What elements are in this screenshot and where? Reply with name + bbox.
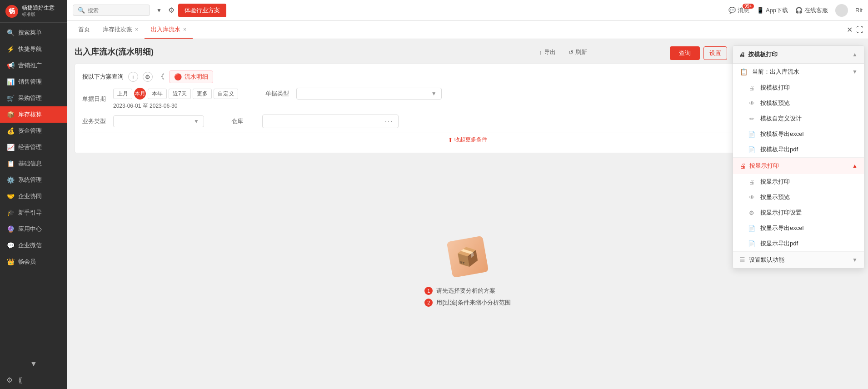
- voucher-type-select[interactable]: ▼: [296, 88, 442, 100]
- sidebar-item-operations[interactable]: 📈 经营管理: [0, 139, 67, 155]
- tab-close-inout-flow[interactable]: ×: [183, 26, 186, 33]
- dropdown-current-item[interactable]: 📋 当前：出入库流水 ▼: [733, 64, 864, 80]
- display-export-excel-icon: 📄: [748, 225, 756, 232]
- online-service-badge[interactable]: 🎧 在线客服: [795, 6, 828, 15]
- sidebar-item-system[interactable]: ⚙️ 系统管理: [0, 172, 67, 188]
- display-export-pdf-label: 按显示导出pdf: [760, 239, 798, 248]
- template-custom-label: 模板自定义设计: [760, 115, 802, 123]
- collapse-sidebar-icon[interactable]: ⟪: [18, 376, 22, 384]
- sidebar-item-marketing[interactable]: 📢 营销推广: [0, 57, 67, 74]
- member-nav-icon: 👑: [6, 258, 15, 265]
- template-print-item[interactable]: 🖨 按模板打印: [733, 80, 864, 95]
- headset-icon: 🎧: [795, 7, 803, 14]
- enterprise-nav-icon: 🤝: [6, 193, 15, 200]
- template-custom-item[interactable]: ✏ 模板自定义设计: [733, 111, 864, 126]
- tab-label-inventory-batch: 库存批次账: [103, 25, 132, 34]
- basic-nav-label: 基础信息: [18, 160, 42, 168]
- filter-tag-label: 流水明细: [185, 73, 208, 81]
- template-print-section: 🖨 按模板打印 👁 按模板预览 ✏ 模板自定义设计 📄 按模板导出excel 📄…: [733, 80, 864, 158]
- warehouse-select[interactable]: ···: [262, 115, 399, 128]
- business-type-select[interactable]: ▼: [113, 115, 204, 127]
- template-export-excel-label: 按模板导出excel: [760, 130, 803, 138]
- template-export-pdf-item[interactable]: 📄 按模板导出pdf: [733, 142, 864, 157]
- display-export-excel-item[interactable]: 📄 按显示导出excel: [733, 220, 864, 236]
- page-title: 出入库流水(流水明细): [75, 46, 154, 57]
- display-export-pdf-item[interactable]: 📄 按显示导出pdf: [733, 236, 864, 251]
- export-icon: ↑: [539, 49, 543, 56]
- settings-button[interactable]: 设置: [703, 46, 727, 60]
- sales-nav-icon: 📊: [6, 78, 15, 85]
- print-dropdown-panel: 🖨 按模板打印 ▲ 📋 当前：出入库流水 ▼ 🖨 按模板打印 👁 按模板预览 ✏…: [733, 45, 864, 269]
- date-tab-近7天[interactable]: 近7天: [169, 89, 191, 99]
- app-download-badge[interactable]: 📱 App下载: [757, 6, 788, 15]
- refresh-label: 刷新: [575, 48, 587, 56]
- tip-num-2: 2: [424, 299, 433, 307]
- dropdown-header: 🖨 按模板打印 ▲: [733, 46, 864, 64]
- sidebar-scroll-down[interactable]: ▼: [0, 357, 67, 371]
- refresh-btn[interactable]: ↺ 刷新: [565, 46, 591, 58]
- messages-badge[interactable]: 💬 消息 99+: [728, 6, 749, 15]
- export-btn[interactable]: ↑ 导出: [536, 46, 560, 58]
- date-tab-本年[interactable]: 本年: [148, 89, 167, 99]
- empty-box-icon: 📦: [447, 235, 489, 278]
- sidebar-item-newbie[interactable]: 🎓 新手引导: [0, 204, 67, 221]
- template-export-excel-item[interactable]: 📄 按模板导出excel: [733, 126, 864, 142]
- purchase-nav-icon: 🛒: [6, 95, 15, 102]
- dropdown-header-arrow[interactable]: ▲: [852, 51, 858, 58]
- date-tab-本月[interactable]: 本月: [134, 88, 146, 100]
- template-preview-icon: 👁: [748, 100, 756, 107]
- sidebar-item-appstore[interactable]: 🔮 应用中心: [0, 221, 67, 237]
- sidebar-item-quick-nav[interactable]: ⚡ 快捷导航: [0, 41, 67, 57]
- display-preview-item[interactable]: 👁 按显示预览: [733, 190, 864, 205]
- finance-nav-label: 资金管理: [18, 127, 42, 135]
- enterprise-nav-label: 企业协同: [18, 192, 42, 200]
- header-dropdown-btn[interactable]: ▼: [154, 6, 165, 15]
- display-print-section-header[interactable]: 🖨 按显示打印 ▲: [733, 158, 864, 174]
- search-input[interactable]: [88, 7, 145, 14]
- tab-home[interactable]: 首页: [72, 21, 96, 39]
- sidebar-item-sales[interactable]: 📊 销售管理: [0, 74, 67, 90]
- sidebar: 畅 畅捷通好生意 标准版 🔍 搜索菜单 ⚡ 快捷导航 📢 营销推广 📊 销售管理…: [0, 0, 67, 389]
- close-tab-button[interactable]: ✕: [847, 25, 853, 34]
- sidebar-item-purchase[interactable]: 🛒 采购管理: [0, 90, 67, 106]
- tab-label-inout-flow: 出入库流水: [151, 25, 180, 34]
- sidebar-item-enterprise[interactable]: 🤝 企业协同: [0, 188, 67, 204]
- header-gear-icon[interactable]: ⚙: [168, 6, 175, 15]
- search-nav-icon: 🔍: [6, 29, 15, 36]
- display-export-excel-label: 按显示导出excel: [760, 224, 803, 232]
- trial-button[interactable]: 体验行业方案: [178, 4, 226, 17]
- dropdown-footer-item[interactable]: ☰ 设置默认功能 ▼: [733, 252, 864, 268]
- voucher-type-row: 单据类型 ▼: [265, 88, 442, 100]
- warehouse-dots[interactable]: ···: [385, 117, 394, 125]
- display-print-settings-icon: ⚙: [748, 209, 756, 216]
- display-print-settings-item[interactable]: ⚙ 按显示打印设置: [733, 205, 864, 220]
- template-preview-item[interactable]: 👁 按模板预览: [733, 95, 864, 111]
- sidebar-item-wechat[interactable]: 💬 企业微信: [0, 237, 67, 254]
- display-print-item[interactable]: 🖨 按显示打印: [733, 174, 864, 190]
- date-tab-更多[interactable]: 更多: [193, 89, 212, 99]
- query-button[interactable]: 查询: [670, 46, 700, 60]
- sidebar-item-finance[interactable]: 💰 资金管理: [0, 123, 67, 139]
- footer-label: 设置默认功能: [749, 256, 784, 264]
- date-tab-上月[interactable]: 上月: [113, 89, 132, 99]
- sidebar-item-search[interactable]: 🔍 搜索菜单: [0, 25, 67, 41]
- sidebar-item-basic[interactable]: 📋 基础信息: [0, 155, 67, 172]
- filter-add-button[interactable]: +: [128, 72, 138, 82]
- user-name[interactable]: Rit: [855, 7, 863, 14]
- sidebar-item-inventory[interactable]: 📦 库存核算: [0, 106, 67, 123]
- tip-text-1: 请先选择要分析的方案: [436, 287, 495, 295]
- expand-tab-button[interactable]: ⛶: [856, 26, 863, 34]
- filter-setting-button[interactable]: ⚙: [143, 72, 153, 82]
- date-tab-自定义[interactable]: 自定义: [214, 89, 238, 99]
- settings-icon[interactable]: ⚙: [6, 376, 13, 384]
- sidebar-item-member[interactable]: 👑 畅会员: [0, 254, 67, 270]
- filter-collapse-toggle[interactable]: 《: [157, 72, 165, 82]
- mobile-icon: 📱: [757, 7, 764, 14]
- tab-label-home: 首页: [78, 25, 90, 34]
- tab-close-inventory-batch[interactable]: ×: [135, 26, 138, 33]
- template-export-pdf-label: 按模板导出pdf: [760, 145, 798, 154]
- tab-inout-flow[interactable]: 出入库流水×: [145, 21, 193, 39]
- tab-inventory-batch[interactable]: 库存批次账×: [96, 21, 145, 39]
- tip-text-2: 用[过滤]条件来缩小分析范围: [436, 299, 510, 307]
- current-item-label: 当前：出入库流水: [752, 68, 848, 76]
